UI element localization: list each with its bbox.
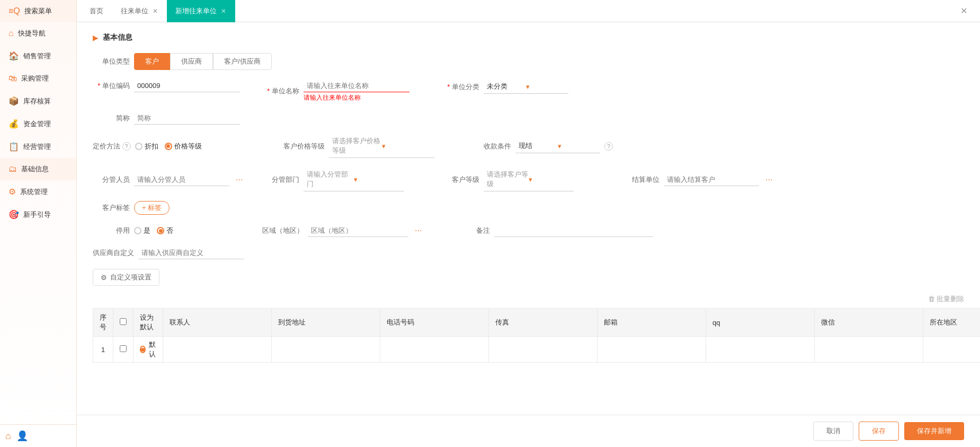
finance-icon: 💰 <box>8 119 19 129</box>
tab-home-label: 首页 <box>90 6 103 16</box>
unit-type-buttons: 客户 供应商 客户/供应商 <box>134 53 272 70</box>
settlement-more-btn[interactable]: ··· <box>765 175 772 185</box>
custom-settings-button[interactable]: ⚙ 自定义项设置 <box>93 269 159 286</box>
pricing-radio-discount[interactable]: 折扣 <box>135 142 158 151</box>
payment-label: 收款条件 <box>474 142 511 151</box>
fax-input[interactable] <box>495 344 591 356</box>
col-checkbox <box>113 309 133 337</box>
sidebar-label-quick-nav: 快捷导航 <box>18 29 46 38</box>
user-bottom-icon[interactable]: 👤 <box>16 430 28 442</box>
sidebar-item-guide[interactable]: 🎯 新手引导 <box>0 203 76 226</box>
sidebar-label-operations: 经营管理 <box>23 142 51 152</box>
settings-gear-icon: ⚙ <box>101 274 107 282</box>
sidebar-item-finance[interactable]: 💰 资金管理 <box>0 112 76 135</box>
sales-icon: 🏠 <box>8 51 19 61</box>
default-radio[interactable]: 默认 <box>140 340 156 359</box>
payment-help-icon[interactable]: ? <box>604 142 613 151</box>
category-value: 未分类 <box>487 82 526 91</box>
remark-label: 备注 <box>453 226 490 235</box>
sidebar-item-quick-nav[interactable]: ⌂ 快捷导航 <box>0 22 76 45</box>
name-input[interactable] <box>304 80 409 92</box>
email-input[interactable] <box>604 344 699 356</box>
customer-level-dropdown[interactable]: 请选择客户等级 ▾ <box>484 168 574 191</box>
sidebar-item-sales[interactable]: 🏠 销售管理 <box>0 45 76 67</box>
contact-input[interactable] <box>170 344 265 356</box>
manager-group: 分管人员 ··· <box>93 173 262 186</box>
customer-price-arrow: ▾ <box>382 142 432 150</box>
sidebar-label-sales: 销售管理 <box>23 51 51 61</box>
region-more-btn[interactable]: ··· <box>415 226 422 235</box>
system-icon: ⚙ <box>8 187 16 197</box>
tag-group: 客户标签 + 标签 <box>93 201 964 215</box>
payment-dropdown[interactable]: 现结 ▾ <box>515 139 600 153</box>
category-dropdown[interactable]: 未分类 ▾ <box>484 80 568 94</box>
search-icon: ≡Q <box>8 6 20 16</box>
short-name-input[interactable] <box>134 112 240 125</box>
sidebar-label-basic-info: 基础信息 <box>21 164 49 174</box>
disabled-no[interactable]: 否 <box>157 226 173 235</box>
cell-phone <box>380 337 489 363</box>
unit-btn-customer[interactable]: 客户 <box>134 53 170 70</box>
home-bottom-icon[interactable]: ⌂ <box>5 431 11 442</box>
region-input[interactable] <box>308 224 408 237</box>
col-email: 邮箱 <box>598 309 706 337</box>
phone-input[interactable] <box>387 344 482 356</box>
row-checkbox[interactable] <box>120 345 127 352</box>
save-button[interactable]: 保存 <box>859 422 899 441</box>
cancel-button[interactable]: 取消 <box>813 422 853 441</box>
sidebar-item-system[interactable]: ⚙ 系统管理 <box>0 180 76 203</box>
manager-more-btn[interactable]: ··· <box>236 175 243 185</box>
unit-type-group-field: 单位类型 客户 供应商 客户/供应商 <box>93 53 964 70</box>
sidebar-item-basic-info[interactable]: 🗂 基础信息 <box>0 158 76 180</box>
name-field-wrap: 请输入往来单位名称 <box>304 80 409 102</box>
manager-input[interactable] <box>134 173 229 186</box>
add-tag-button[interactable]: + 标签 <box>134 201 170 215</box>
address-input[interactable] <box>278 344 373 356</box>
pricing-radio-level[interactable]: 价格等级 <box>165 142 202 151</box>
pricing-help-icon[interactable]: ? <box>122 142 131 151</box>
settlement-input[interactable] <box>664 173 759 186</box>
batch-delete-label[interactable]: 批量删除 <box>937 295 964 303</box>
supplier-custom-input[interactable] <box>138 247 244 259</box>
tab-home[interactable]: 首页 <box>81 0 112 22</box>
table-region-input[interactable] <box>930 344 980 356</box>
batch-delete-area: 🗑 批量删除 <box>93 294 964 304</box>
basic-info-icon: 🗂 <box>8 164 17 174</box>
sidebar-item-purchase[interactable]: 🛍 采购管理 <box>0 67 76 90</box>
save-and-new-button[interactable]: 保存并新增 <box>904 422 964 440</box>
department-group: 分管部门 请输入分管部门 ▾ <box>262 168 442 191</box>
department-arrow: ▾ <box>354 176 401 183</box>
customer-price-dropdown[interactable]: 请选择客户价格等级 ▾ <box>329 134 435 158</box>
sidebar-item-inventory[interactable]: 📦 库存核算 <box>0 90 76 112</box>
select-all-checkbox[interactable] <box>120 318 127 325</box>
tab-new-contact-close[interactable]: ✕ <box>221 7 226 15</box>
department-dropdown[interactable]: 请输入分管部门 ▾ <box>304 168 404 191</box>
window-close-button[interactable]: ✕ <box>952 0 976 22</box>
code-input[interactable] <box>134 80 240 92</box>
content-area: ▶ 基本信息 单位类型 客户 供应商 客户/供应商 * 单位编码 * 单位名称 <box>77 22 980 415</box>
payment-arrow: ▾ <box>558 142 597 150</box>
quick-nav-icon: ⌂ <box>8 29 14 38</box>
settlement-group: 结算单位 ··· <box>622 173 964 186</box>
tab-contacts-close[interactable]: ✕ <box>153 7 158 15</box>
disabled-label: 停用 <box>93 226 130 235</box>
category-arrow-icon: ▾ <box>526 83 565 91</box>
col-address: 到货地址 <box>272 309 380 337</box>
sidebar-label-finance: 资金管理 <box>23 119 51 129</box>
unit-btn-supplier[interactable]: 供应商 <box>170 53 213 70</box>
sidebar-item-search[interactable]: ≡Q 搜索菜单 <box>0 0 76 22</box>
short-name-group: 简称 <box>93 112 262 125</box>
disabled-yes-label: 是 <box>144 226 150 235</box>
tab-contacts[interactable]: 往来单位 ✕ <box>112 0 167 22</box>
department-label: 分管部门 <box>262 175 299 185</box>
sidebar-label-guide: 新手引导 <box>23 210 51 220</box>
col-contact: 联系人 <box>163 309 272 337</box>
sidebar-item-operations[interactable]: 📋 经营管理 <box>0 135 76 158</box>
disabled-yes[interactable]: 是 <box>134 226 150 235</box>
disabled-yes-circle <box>134 227 141 234</box>
unit-btn-both[interactable]: 客户/供应商 <box>213 53 272 70</box>
qq-input[interactable] <box>712 344 808 356</box>
tab-new-contact[interactable]: 新增往来单位 ✕ <box>167 0 235 22</box>
wechat-input[interactable] <box>821 344 916 356</box>
remark-input[interactable] <box>494 224 653 237</box>
